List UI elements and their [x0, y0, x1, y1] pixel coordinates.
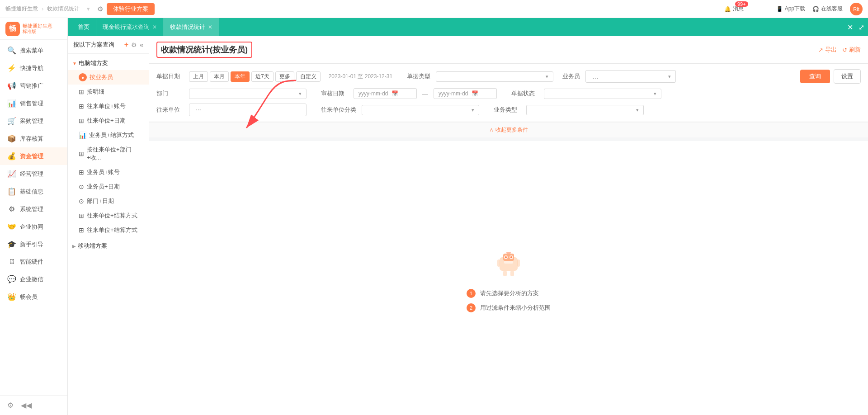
step-num-2: 2	[467, 303, 476, 312]
related-unit-label: 往来单位	[156, 106, 184, 114]
sidebar-collapse-icon[interactable]: ◀◀	[21, 401, 32, 410]
tree-item-unit-dept-income[interactable]: ⊞ 按往来单位+部门+收...	[68, 142, 149, 165]
tab-bank-flow[interactable]: 现金银行流水查询 ✕	[96, 18, 164, 36]
sidebar-item-marketing[interactable]: 📢 营销推广	[0, 77, 67, 94]
notification-area[interactable]: 🔔 消息 99+	[724, 5, 744, 13]
collapse-more-btn[interactable]: ∧ 收起更多条件	[149, 122, 868, 137]
sidebar-label-sales: 销售管理	[20, 99, 43, 108]
settings-button[interactable]: 设置	[834, 69, 861, 84]
unit-category-label: 往来单位分类	[321, 106, 356, 114]
sidebar-item-basic-info[interactable]: 📋 基础信息	[0, 183, 67, 200]
unit-dept-income-icon: ⊞	[79, 150, 84, 157]
date-btn-last7[interactable]: 近7天	[251, 71, 274, 82]
doc-type-group: 单据类型	[407, 72, 430, 80]
date-btn-this-month[interactable]: 本月	[210, 71, 229, 82]
tree-item-by-detail[interactable]: ⊞ 按明细	[68, 85, 149, 99]
export-button[interactable]: ↗ 导出	[818, 46, 837, 54]
tab-close-all-icon[interactable]: ✕	[847, 23, 853, 32]
unit-settlement2-icon: ⊞	[79, 226, 84, 234]
dept-select[interactable]: ▾	[189, 89, 307, 99]
sidebar-settings-icon[interactable]: ⚙	[7, 401, 14, 410]
sidebar-item-inventory[interactable]: 📦 库存核算	[0, 130, 67, 147]
review-date-end-input[interactable]: yyyy-mm-dd 📅	[434, 88, 497, 99]
tree-item-unit-settlement2[interactable]: ⊞ 往来单位+结算方式	[68, 223, 149, 237]
header-gear-icon[interactable]: ⚙	[97, 5, 103, 13]
sidebar-bottom: ⚙ ◀◀	[0, 395, 67, 415]
related-unit-dots[interactable]: ···	[194, 106, 203, 114]
related-unit-select[interactable]: ···	[189, 104, 307, 116]
collapse-label: ∧ 收起更多条件	[489, 127, 528, 133]
inventory-icon: 📦	[7, 134, 16, 143]
bell-icon: 🔔	[724, 6, 731, 12]
tab-receipts-close[interactable]: ✕	[208, 24, 212, 30]
breadcrumb: 畅捷通好生意	[5, 5, 38, 13]
doc-status-select[interactable]: ▾	[544, 89, 661, 99]
step-num-1: 1	[467, 289, 476, 298]
sidebar-item-purchase[interactable]: 🛒 采购管理	[0, 112, 67, 130]
tree-item-salesman-account[interactable]: ⊞ 业务员+账号	[68, 165, 149, 179]
sidebar-item-search[interactable]: 🔍 搜索菜单	[0, 42, 67, 59]
sidebar-item-smart-hw[interactable]: 🖥 智能硬件	[0, 253, 67, 270]
date-btn-last-month[interactable]: 上月	[189, 71, 208, 82]
user-avatar[interactable]: Rit	[850, 3, 863, 15]
tree-item-supplier-account[interactable]: ⊞ 往来单位+账号	[68, 99, 149, 113]
wechat-icon: 💬	[7, 275, 16, 283]
svg-rect-6	[506, 252, 511, 254]
tree-item-dept-date-label: 部门+日期	[87, 197, 114, 205]
scheme-tree: ▼ 电脑端方案 ● 按业务员 ⊞ 按明细 ⊞ 往来单位+账号	[68, 54, 149, 255]
tree-item-salesman-settlement-label: 业务员+结算方式	[89, 131, 134, 139]
svg-rect-7	[497, 259, 500, 267]
sidebar-item-enterprise[interactable]: 🤝 企业协同	[0, 218, 67, 236]
sidebar-item-wechat[interactable]: 💬 企业微信	[0, 270, 67, 288]
salesman-account-icon: ⊞	[79, 169, 84, 176]
query-button[interactable]: 查询	[800, 70, 830, 83]
tree-item-salesman-date[interactable]: ⊙ 业务员+日期	[68, 179, 149, 194]
tree-item-by-salesman[interactable]: ● 按业务员	[68, 70, 149, 85]
salesman-dots[interactable]: ...	[590, 72, 600, 80]
review-date-start-input[interactable]: yyyy-mm-dd 📅	[354, 88, 417, 99]
sales-icon: 📊	[7, 99, 16, 108]
sidebar-item-sales[interactable]: 📊 销售管理	[0, 94, 67, 112]
sidebar-item-operations[interactable]: 📈 经营管理	[0, 165, 67, 183]
salesman-select[interactable]: ... ▾	[585, 70, 676, 83]
tree-group-pc[interactable]: ▼ 电脑端方案	[68, 57, 149, 70]
page-title-actions: ↗ 导出 ↺ 刷新	[818, 46, 861, 54]
trial-button[interactable]: 体验行业方案	[107, 3, 155, 15]
tab-bank-flow-close[interactable]: ✕	[152, 24, 157, 30]
breadcrumb-arrow[interactable]: ▾	[87, 5, 90, 12]
scheme-add-btn[interactable]: +	[124, 41, 128, 49]
tree-item-salesman-settlement[interactable]: 📊 业务员+结算方式	[68, 128, 149, 142]
doc-type-select[interactable]: ▾	[436, 71, 553, 82]
logo-edition: 标准版	[23, 29, 52, 34]
tab-home[interactable]: 首页	[71, 18, 96, 36]
tree-item-supplier-date[interactable]: ⊞ 往来单位+日期	[68, 113, 149, 128]
date-btn-this-year[interactable]: 本年	[231, 71, 250, 82]
sidebar-item-finance[interactable]: 💰 资金管理	[0, 147, 67, 165]
page-title: 收款情况统计(按业务员)	[161, 44, 248, 55]
search-icon: 🔍	[7, 46, 16, 55]
scheme-settings-btn[interactable]: ⚙	[131, 41, 137, 48]
date-btn-custom[interactable]: 自定义	[296, 71, 321, 82]
marketing-icon: 📢	[7, 81, 16, 90]
app-download[interactable]: 📱 App下载	[776, 5, 805, 13]
scheme-collapse-btn[interactable]: «	[140, 41, 143, 48]
page-title-wrapper: 收款情况统计(按业务员) ↗ 导出 ↺ 刷新	[149, 36, 868, 64]
filter-row-3: 往来单位 ··· 往来单位分类 ▾ 业务类型 ▾	[156, 104, 861, 116]
sidebar-item-newbie[interactable]: 🎓 新手引导	[0, 236, 67, 253]
unit-category-select[interactable]: ▾	[362, 105, 479, 115]
sidebar-item-vip[interactable]: 👑 畅会员	[0, 288, 67, 306]
date-btn-more[interactable]: 更多	[275, 71, 294, 82]
business-type-select[interactable]: ▾	[526, 105, 644, 115]
refresh-button[interactable]: ↺ 刷新	[842, 46, 861, 54]
tree-item-unit-settlement1[interactable]: ⊞ 往来单位+结算方式	[68, 208, 149, 223]
tree-group-mobile[interactable]: ▶ 移动端方案	[68, 239, 149, 253]
tab-expand-icon[interactable]: ⤢	[859, 23, 864, 32]
tree-item-dept-date[interactable]: ⊙ 部门+日期	[68, 194, 149, 208]
sidebar-item-quick-nav[interactable]: ⚡ 快捷导航	[0, 59, 67, 77]
header-left: 畅捷通好生意 › 收款情况统计 ▾ ⚙ 体验行业方案	[5, 3, 724, 15]
sidebar-label-wechat: 企业微信	[20, 275, 43, 283]
tab-receipts[interactable]: 收款情况统计 ✕	[164, 18, 219, 36]
sidebar-item-system[interactable]: ⚙ 系统管理	[0, 200, 67, 218]
tree-item-unit-settlement2-label: 往来单位+结算方式	[87, 226, 137, 234]
online-support[interactable]: 🎧 在线客服	[812, 5, 843, 13]
